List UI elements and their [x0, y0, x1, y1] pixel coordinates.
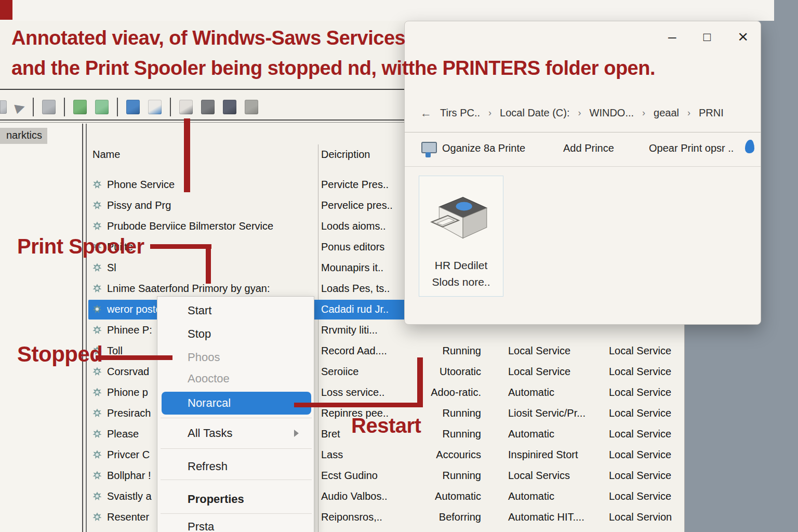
service-description: Cadadi rud Jr..: [321, 303, 389, 315]
service-name: Lnime Saaterfond Primory by gyan:: [107, 283, 270, 295]
service-name: Bollphar !: [107, 470, 151, 482]
service-name: Phinee P:: [107, 324, 152, 336]
pause-service-icon[interactable]: [223, 100, 236, 114]
service-description: Loads Pes, ts..: [321, 283, 390, 295]
maximize-button[interactable]: □: [703, 30, 711, 44]
help-icon[interactable]: [126, 100, 140, 114]
desktop-top-strip: [0, 0, 774, 21]
menu-item-start[interactable]: Start: [188, 300, 211, 321]
service-gear-icon: [92, 512, 102, 522]
service-name: Prubode Berviice Bilmerstor Service: [107, 220, 273, 232]
menu-item-stop[interactable]: Stop: [188, 324, 211, 344]
back-icon[interactable]: ←: [420, 107, 432, 120]
restart-service-icon[interactable]: [245, 100, 258, 114]
show-properties-icon[interactable]: [148, 100, 162, 114]
breadcrumb-crumb[interactable]: WINDO...: [590, 107, 634, 119]
service-gear-icon: [92, 346, 102, 355]
breadcrumb-separator-icon: ›: [578, 108, 581, 118]
service-gear-icon: [92, 263, 102, 272]
organize-icon: [421, 142, 437, 153]
menu-separator: [161, 480, 312, 480]
service-status: Running: [399, 428, 481, 440]
start-service-icon[interactable]: [179, 100, 193, 114]
explorer-toolbar: Oganize 8a Printe Add Prince Opear Print…: [405, 132, 761, 167]
service-description: Ponus editors: [321, 241, 384, 253]
service-description: Pervicte Pres..: [321, 179, 389, 191]
service-description: Mounapirs it..: [321, 262, 383, 274]
breadcrumb-crumb[interactable]: Local Date (C):: [500, 107, 570, 119]
breadcrumb-crumb[interactable]: Tirs PC..: [440, 107, 480, 119]
service-gear-icon: [92, 491, 102, 501]
service-status: Adoo-ratic.: [399, 387, 481, 398]
service-logon-as: Local Servion: [609, 511, 672, 523]
menu-item-prsta[interactable]: Prsta: [188, 516, 214, 532]
breadcrumb-separator-icon: ›: [642, 108, 645, 118]
export-list-icon[interactable]: [95, 100, 109, 114]
service-startup-type: Local Servics: [508, 470, 570, 482]
add-printer-button[interactable]: Add Prince: [563, 142, 614, 154]
breadcrumb-crumb[interactable]: PRNI: [699, 107, 724, 119]
stop-service-icon[interactable]: [201, 100, 215, 114]
service-logon-as: Local Service: [609, 407, 671, 419]
panel-separator-2: [86, 124, 87, 532]
service-startup-type: Automatic: [508, 387, 554, 398]
service-description: Loss service..: [321, 387, 384, 398]
open-print-queue-button[interactable]: Opear Print opsr ..: [649, 142, 734, 154]
printer-name-line2: Slods nore..: [419, 276, 503, 288]
service-gear-icon: [92, 367, 102, 376]
close-button[interactable]: ×: [738, 26, 748, 47]
service-startup-type: Automatic HIT....: [508, 511, 584, 523]
console-tree-item[interactable]: narktics: [0, 128, 47, 144]
menu-item-refresh[interactable]: Refresh: [188, 456, 228, 477]
service-startup-type: Local Service: [508, 366, 570, 378]
menu-separator: [161, 418, 312, 418]
minimize-button[interactable]: –: [668, 29, 676, 45]
service-gear-icon: [92, 201, 102, 210]
export-arrow-icon[interactable]: ▶: [14, 100, 26, 115]
service-name: Phione p: [107, 387, 148, 398]
service-gear-icon: [92, 450, 102, 459]
service-startup-type: Automatic: [508, 490, 554, 502]
column-header-description[interactable]: Deicription: [321, 149, 370, 161]
menu-item-aooctoe[interactable]: Aooctoe: [188, 368, 230, 389]
service-description: Rrvmity liti...: [321, 324, 378, 336]
service-startup-type: Liosit Servic/Pr...: [508, 407, 586, 419]
menu-item-all-tasks[interactable]: All Tasks: [188, 423, 232, 444]
service-name: Privcer C: [107, 449, 150, 461]
service-status: Accourics: [399, 449, 481, 461]
toolbar-separator: [33, 98, 34, 116]
organize-button[interactable]: Oganize 8a Printe: [442, 142, 525, 154]
window-controls: – □ ×: [668, 26, 748, 47]
breadcrumb-crumb[interactable]: geaal: [654, 107, 679, 119]
panel-separator: [82, 124, 83, 532]
service-name: Phone Service: [107, 179, 175, 191]
service-gear-icon: [92, 242, 102, 251]
service-description: Repinres pee..: [321, 407, 389, 419]
service-name: Corsrvad: [107, 366, 149, 378]
service-name: Toll: [107, 345, 123, 357]
printer-item[interactable]: HR Dedilet Slods nore..: [419, 176, 503, 297]
printer-name-line1: HR Dedilet: [419, 259, 503, 272]
column-header-name[interactable]: Name: [92, 149, 120, 161]
service-gear-icon: [92, 471, 102, 480]
service-status: Running: [399, 407, 481, 419]
service-name: Resenter: [107, 511, 149, 523]
service-startup-type: Local Service: [508, 345, 570, 357]
service-name: Presirach: [107, 407, 151, 419]
properties-window-icon[interactable]: [42, 100, 56, 114]
service-description: Seroiice: [321, 366, 358, 378]
service-description: Record Aad....: [321, 345, 387, 357]
service-gear-icon: [92, 180, 102, 189]
save-console-icon[interactable]: [73, 100, 87, 114]
console-window-icon[interactable]: [0, 100, 7, 114]
service-name: Pissy and Prg: [107, 200, 171, 211]
service-name: Please: [107, 428, 139, 440]
menu-item-properties[interactable]: Properties: [188, 489, 244, 510]
service-name: Puiite: [107, 241, 133, 253]
menu-item-norarcal[interactable]: Norarcal: [188, 393, 231, 414]
service-description: Loods aioms..: [321, 220, 386, 232]
service-gear-icon: [92, 408, 102, 418]
menu-item-phoos[interactable]: Phoos: [188, 347, 220, 368]
service-status: Beforring: [399, 511, 481, 523]
service-logon-as: Local Service: [609, 449, 671, 461]
